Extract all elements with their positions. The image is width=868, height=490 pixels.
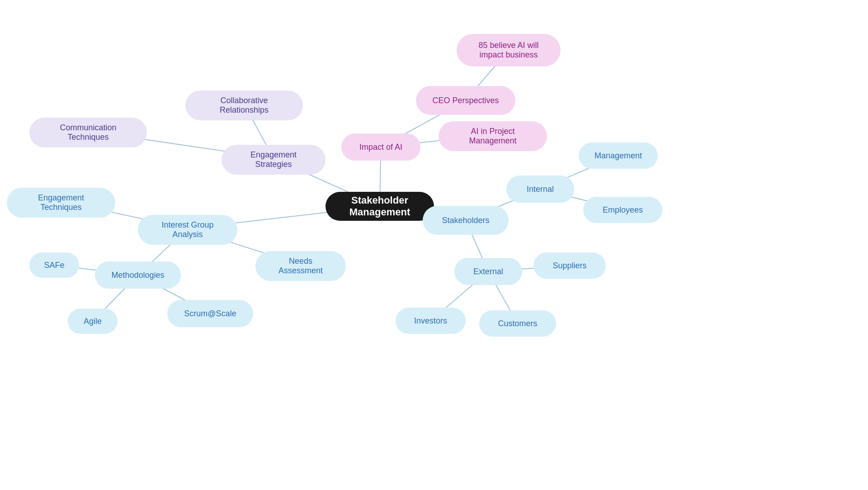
node-employees[interactable]: Employees bbox=[583, 197, 662, 223]
connections-svg bbox=[0, 0, 868, 490]
node-external[interactable]: External bbox=[454, 258, 522, 285]
node-center[interactable]: Stakeholder Management bbox=[326, 192, 434, 221]
node-stakeholders[interactable]: Stakeholders bbox=[423, 206, 509, 235]
node-85-believe[interactable]: 85 believe AI will impact business bbox=[457, 34, 561, 67]
node-investors[interactable]: Investors bbox=[396, 308, 466, 334]
node-interest-group-analysis[interactable]: Interest Group Analysis bbox=[138, 215, 237, 245]
node-suppliers[interactable]: Suppliers bbox=[533, 252, 606, 279]
node-agile[interactable]: Agile bbox=[68, 309, 118, 334]
node-internal[interactable]: Internal bbox=[506, 176, 574, 203]
node-ceo-perspectives[interactable]: CEO Perspectives bbox=[416, 86, 515, 115]
node-impact-of-ai[interactable]: Impact of AI bbox=[341, 133, 420, 161]
node-collaborative-relationships[interactable]: Collaborative Relationships bbox=[185, 90, 303, 120]
node-engagement-strategies[interactable]: Engagement Strategies bbox=[222, 145, 326, 175]
node-management[interactable]: Management bbox=[579, 143, 658, 169]
node-scrum-at-scale[interactable]: Scrum@Scale bbox=[167, 300, 253, 327]
node-ai-project-mgmt[interactable]: AI in Project Management bbox=[439, 121, 547, 151]
mind-map-container: Stakeholder ManagementEngagement Strateg… bbox=[0, 0, 868, 490]
node-needs-assessment[interactable]: Needs Assessment bbox=[255, 251, 346, 281]
node-customers[interactable]: Customers bbox=[479, 310, 556, 337]
node-engagement-techniques[interactable]: Engagement Techniques bbox=[7, 188, 115, 218]
node-safe[interactable]: SAFe bbox=[29, 252, 79, 278]
node-methodologies[interactable]: Methodologies bbox=[95, 262, 181, 289]
node-communication-techniques[interactable]: Communication Techniques bbox=[29, 118, 147, 147]
